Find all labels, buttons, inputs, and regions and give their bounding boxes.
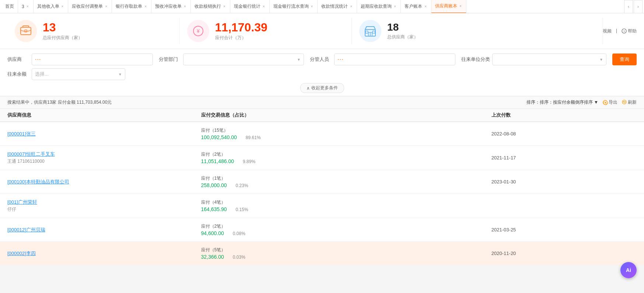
summary-card-2-content: 11,170.39 应付合计（万） <box>215 21 267 41</box>
help-link[interactable]: ? 帮助 <box>622 28 637 34</box>
nav-tab-cash-bank-stats[interactable]: 现金银行统计 × <box>230 0 270 13</box>
tx-amount-1[interactable]: 11,051,486.00 <box>201 158 234 164</box>
tx-percent-2: 0.23% <box>236 183 248 188</box>
tx-amount-5[interactable]: 32,366.00 <box>201 254 224 260</box>
chevron-down-icon-3: ▼ <box>118 72 122 76</box>
close-icon[interactable]: × <box>310 4 314 8</box>
query-button[interactable]: 查询 <box>612 54 637 65</box>
nav-tab-collection-exec-label: 收款核销执行 <box>195 3 221 10</box>
nav-tab-supplier-ledger-label: 供应商账本 <box>435 3 457 9</box>
help-area: 视频 | ? 帮助 <box>603 28 637 34</box>
separator: | <box>616 28 617 34</box>
refresh-icon <box>622 100 627 106</box>
tx-percent-5: 0.03% <box>233 255 245 260</box>
supplier-link-2[interactable]: [000100]本特勤油品有限公司 <box>7 179 201 185</box>
total-payable-label: 应付合计（万） <box>215 35 267 41</box>
svg-point-14 <box>622 100 626 104</box>
nav-tab-customer-ledger-label: 客户账本 <box>405 3 422 10</box>
tx-percent-3: 0.15% <box>236 207 248 212</box>
last-pay-4: 2021-03-25 <box>491 227 637 232</box>
table-row: [001]广州荣轩 仔仔 应付（4笔） 164,635.90 0.15% <box>0 194 644 218</box>
help-label: 帮助 <box>628 28 637 34</box>
tx-row-2: 258,000.00 0.23% <box>201 182 491 188</box>
close-icon[interactable]: × <box>393 4 397 8</box>
nav-tab-customer-ledger[interactable]: 客户账本 × <box>401 0 431 13</box>
tx-percent-1: 9.89% <box>243 159 255 164</box>
total-suppliers-value: 18 <box>387 22 418 33</box>
close-icon[interactable]: × <box>183 4 187 8</box>
nav-tab-bank-deposit[interactable]: 银行存取款单 × <box>112 0 151 13</box>
tx-label-0: 应付（15笔） <box>201 127 491 134</box>
supplier-link-4[interactable]: [000012]广州贝瑞 <box>7 227 201 233</box>
supplier-info-3: [001]广州荣轩 仔仔 <box>7 199 201 213</box>
filter-row-1: 供应商 ··· 分管部门 ▼ 分管人员 ··· 往来单位分类 ▼ <box>7 54 637 65</box>
svg-rect-8 <box>372 31 375 33</box>
close-icon[interactable]: × <box>349 4 353 8</box>
person-input[interactable]: ··· <box>334 54 455 65</box>
nav-tab-other-income-label: 其他收入单 <box>37 3 59 10</box>
close-icon[interactable]: × <box>61 4 64 8</box>
close-icon[interactable]: × <box>104 4 108 8</box>
nav-tab-ar-ap-adjust-label: 应收应付调整单 <box>72 3 103 10</box>
close-icon[interactable]: × <box>262 4 266 8</box>
tx-percent-0: 89.61% <box>246 135 261 140</box>
supplier-info-0: [000001]张三 <box>7 131 201 137</box>
tx-amount-0[interactable]: 100,092,540.00 <box>201 134 237 140</box>
tx-row-0: 100,092,540.00 89.61% <box>201 134 491 140</box>
tx-info-0: 应付（15笔） 100,092,540.00 89.61% <box>201 127 491 140</box>
close-icon[interactable]: × <box>459 4 462 8</box>
col-header-supplier: 供应商信息 <box>7 112 201 118</box>
payable-suppliers-value: 13 <box>43 21 83 34</box>
nav-tab-other-income[interactable]: 其他收入单 × <box>34 0 69 13</box>
dept-input[interactable]: ▼ <box>183 54 304 65</box>
supplier-link-1[interactable]: [000007]恒旺二手叉车 <box>7 151 201 158</box>
nav-tab-bank-deposit-label: 银行存取款单 <box>116 3 142 10</box>
nav-tab-ar-ap-adjust[interactable]: 应收应付调整单 × <box>68 0 112 13</box>
nav-tab-supplier-ledger[interactable]: 供应商账本 × <box>431 0 466 13</box>
tx-amount-4[interactable]: 94,600.00 <box>201 230 224 236</box>
sort-selector[interactable]: 排序：排序：按应付余额倒序排序 ▼ <box>526 99 598 106</box>
nav-next-arrow[interactable]: › <box>634 0 643 13</box>
category-input[interactable]: ▼ <box>492 54 607 65</box>
balance-input[interactable]: 选择... ▼ <box>32 68 125 80</box>
supplier-info-5: [000002]李四 <box>7 250 201 257</box>
nav-tab-3[interactable]: 3 × <box>18 0 34 13</box>
last-pay-date-4: 2021-03-25 <box>491 227 516 232</box>
supplier-info-2: [000100]本特勤油品有限公司 <box>7 179 201 185</box>
collapse-button[interactable]: ∧ 收起更多条件 <box>300 83 344 93</box>
close-icon[interactable]: × <box>223 4 226 8</box>
nav-tab-home[interactable]: 首页 <box>1 0 18 13</box>
nav-tab-home-label: 首页 <box>5 3 14 10</box>
tx-amount-2[interactable]: 258,000.00 <box>201 182 227 188</box>
tx-amount-3[interactable]: 164,635.90 <box>201 206 227 212</box>
export-button[interactable]: 导出 <box>603 99 617 106</box>
filter-row-2: 往来余额 选择... ▼ <box>7 68 637 80</box>
refresh-button[interactable]: 刷新 <box>622 99 637 106</box>
supplier-link-0[interactable]: [000001]张三 <box>7 131 201 137</box>
nav-tab-advance-offset[interactable]: 预收冲应收单 × <box>151 0 191 13</box>
close-icon[interactable]: × <box>144 4 147 8</box>
supplier-link-3[interactable]: [001]广州荣轩 <box>7 199 201 206</box>
close-icon[interactable]: × <box>26 4 29 8</box>
close-icon[interactable]: × <box>424 4 427 8</box>
chevron-down-icon-2: ▼ <box>599 58 603 62</box>
svg-text:?: ? <box>623 30 625 33</box>
nav-tab-collection-exec[interactable]: 收款核销执行 × <box>191 0 230 13</box>
person-filter-label: 分管人员 <box>310 56 332 63</box>
balance-placeholder: 选择... <box>35 71 49 77</box>
results-bar: 搜索结果中，供应商13家 应付金额 111,703,854.00元 排序：排序：… <box>0 96 644 109</box>
nav-tab-collection-stats[interactable]: 收款情况统计 × <box>318 0 357 13</box>
last-pay-5: 2020-11-20 <box>491 251 637 256</box>
nav-tab-cash-bank-flow[interactable]: 现金银行流水查询 × <box>270 0 318 13</box>
video-link[interactable]: 视频 <box>603 28 612 34</box>
supplier-input[interactable]: ··· <box>32 54 153 65</box>
nav-tab-collection-stats-label: 收款情况统计 <box>321 3 348 10</box>
total-payable-value: 11,170.39 <box>215 21 267 34</box>
nav-prev-arrow[interactable]: ‹ <box>624 0 633 13</box>
nav-tab-overdue-ar[interactable]: 超期应收款查询 × <box>357 0 401 13</box>
filter-balance: 往来余额 选择... ▼ <box>7 68 125 80</box>
tx-percent-4: 0.08% <box>233 231 245 236</box>
last-pay-date-1: 2021-11-17 <box>491 155 516 161</box>
data-table: 供应商信息 应付交易信息（占比） 上次付数 [000001]张三 应付（15笔）… <box>0 109 644 265</box>
supplier-link-5[interactable]: [000002]李四 <box>7 250 201 257</box>
